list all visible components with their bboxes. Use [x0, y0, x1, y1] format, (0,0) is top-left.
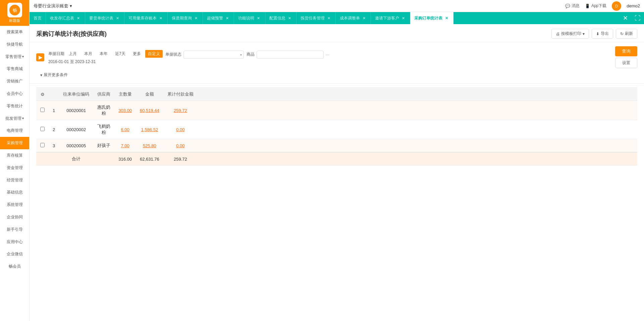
shortcut-more[interactable]: 更多	[130, 50, 144, 58]
tab-close-config[interactable]: ✕	[287, 15, 292, 21]
print-button[interactable]: 🖨 按模板打印 ▾	[551, 29, 589, 39]
sidebar-item-retail[interactable]: 零售管理▾	[0, 51, 29, 63]
sidebar-item-quicknav[interactable]: 快捷导航	[0, 38, 29, 51]
topbar-title-dropdown[interactable]: 母婴行业演示账套 ▾	[34, 3, 72, 9]
shortcut-this-year[interactable]: 本年	[97, 50, 111, 58]
sidebar-item-appcenter[interactable]: 应用中心	[0, 236, 29, 248]
tab-close-funcguide[interactable]: ✕	[256, 15, 261, 21]
refresh-button[interactable]: ↻ 刷新	[616, 29, 637, 39]
amount-link-1[interactable]: 1,586.52	[141, 127, 158, 132]
sidebar-item-purchase[interactable]: 采购管理	[0, 137, 29, 149]
tab-funcguide[interactable]: 功能说明✕	[234, 12, 265, 24]
sidebar-item-vip[interactable]: 畅会员	[0, 260, 29, 273]
shortcut-custom[interactable]: 自定义	[145, 50, 163, 58]
sidebar-item-wechat[interactable]: 企业微信	[0, 248, 29, 260]
sidebar-item-label-retail: 零售管理	[5, 54, 21, 60]
sidebar-item-inventory[interactable]: 库存核算	[0, 149, 29, 162]
tab-available[interactable]: 可用量库存账本✕	[124, 12, 168, 24]
sidebar-item-ecommerce[interactable]: 电商管理	[0, 124, 29, 137]
th-extra	[198, 88, 637, 101]
filter-date-block: 单据日期 上月 本月 本年 近7天 更多 自定义	[48, 50, 163, 65]
paid-link-0[interactable]: 259.72	[174, 108, 187, 113]
table-body: 1 00020001 惠氏奶粉 303.00 60,519.44 259.72 …	[36, 101, 637, 153]
app-download-btn[interactable]: 📱 App下载	[585, 3, 606, 9]
td-amount-2: 525.80	[136, 139, 163, 153]
qty-link-0[interactable]: 303.00	[118, 108, 132, 113]
shortcut-7days[interactable]: 近7天	[112, 50, 128, 58]
sidebar-label-wrapper-wholesale: 批发管理▾	[5, 116, 24, 121]
tab-close-invite[interactable]: ✕	[400, 15, 406, 21]
filter-toggle-btn[interactable]: ▶	[36, 53, 44, 61]
table-header-row: ⚙ 往来单位编码 供应商 主数量 金额 累计付款金额	[36, 88, 637, 101]
export-button[interactable]: ⬇ 导出	[592, 29, 613, 39]
tab-close-purchase_stat[interactable]: ✕	[444, 15, 449, 21]
th-amount: 金额	[136, 88, 163, 101]
status-label: 单据状态	[165, 52, 181, 57]
sidebar-item-collab[interactable]: 企业协同	[0, 211, 29, 223]
toggle-icon: ▶	[39, 55, 42, 60]
paid-link-1[interactable]: 0.00	[176, 127, 184, 132]
tab-close-receive[interactable]: ✕	[75, 15, 81, 21]
app-label: App下载	[591, 3, 606, 9]
expand-more-btn[interactable]: ▾ 展开更多条件	[36, 71, 637, 79]
table-foot: 合计 316.00 62,631.76 259.72	[36, 152, 637, 166]
username[interactable]: demo2	[627, 3, 640, 8]
message-btn[interactable]: 💬 消息	[565, 3, 580, 9]
tab-close-overstock[interactable]: ✕	[224, 15, 230, 21]
goods-more-icon[interactable]: ···	[326, 52, 329, 57]
svg-text:畅: 畅	[12, 8, 17, 13]
sidebar-item-marketing[interactable]: 营销推广	[0, 75, 29, 88]
row-checkbox-0[interactable]	[40, 108, 45, 112]
tab-expiry[interactable]: 保质期查询✕	[168, 12, 203, 24]
settings-col-icon[interactable]: ⚙	[41, 92, 45, 97]
query-button[interactable]: 查询	[615, 46, 637, 56]
tab-picking[interactable]: 拣货任务管理✕	[297, 12, 336, 24]
shortcut-this-month[interactable]: 本月	[81, 50, 95, 58]
sidebar-item-shop[interactable]: 零售商城	[0, 63, 29, 75]
qty-link-2[interactable]: 7.00	[121, 143, 129, 148]
tab-requisition[interactable]: 要货单统计表✕	[85, 12, 124, 24]
tab-purchase_stat[interactable]: 采购订单统计表✕	[410, 12, 453, 24]
sidebar-item-system[interactable]: 系统管理	[0, 199, 29, 211]
tabbar-expand-btn[interactable]: ⛶	[631, 12, 644, 24]
paid-link-2[interactable]: 0.00	[176, 143, 184, 148]
sidebar-item-ops[interactable]: 经营管理	[0, 174, 29, 186]
tfoot-qty: 316.00	[114, 152, 136, 166]
tab-close-requisition[interactable]: ✕	[115, 15, 120, 21]
qty-link-1[interactable]: 6.00	[121, 127, 129, 132]
tab-receive[interactable]: 收发存汇总表✕	[46, 12, 85, 24]
tab-close-available[interactable]: ✕	[158, 15, 163, 21]
filter-goods-field: 商品 ···	[247, 51, 329, 59]
row-checkbox-2[interactable]	[40, 143, 45, 147]
sidebar-item-label-finance: 资金管理	[7, 165, 23, 171]
table-footer-row: 合计 316.00 62,631.76 259.72	[36, 152, 637, 166]
sidebar-item-basic[interactable]: 基础信息	[0, 186, 29, 199]
td-amount-0: 60,519.44	[136, 101, 163, 120]
status-select[interactable]	[183, 51, 244, 59]
td-code-1: 00020002	[59, 120, 93, 139]
tab-close-cost[interactable]: ✕	[361, 15, 367, 21]
sidebar-item-wholesale[interactable]: 批发管理▾	[0, 112, 29, 125]
row-checkbox-1[interactable]	[40, 127, 45, 131]
sidebar-item-label-inventory: 库存核算	[7, 153, 23, 158]
tab-close-expiry[interactable]: ✕	[193, 15, 199, 21]
sidebar-item-search[interactable]: 搜索菜单	[0, 26, 29, 38]
goods-input[interactable]	[257, 51, 324, 59]
sidebar-item-retail_stat[interactable]: 零售统计	[0, 100, 29, 112]
tfoot-amount: 62,631.76	[136, 152, 163, 166]
tab-home[interactable]: 首页	[30, 12, 46, 24]
amount-link-2[interactable]: 525.80	[143, 143, 156, 148]
tab-config[interactable]: 配置信息✕	[265, 12, 297, 24]
shortcut-last-month[interactable]: 上月	[66, 50, 80, 58]
sidebar-item-member[interactable]: 会员中心	[0, 88, 29, 100]
avatar[interactable]: D	[612, 1, 621, 11]
tabbar-close-btn[interactable]: ✕	[620, 12, 631, 24]
tab-cost[interactable]: 成本调整单✕	[336, 12, 371, 24]
amount-link-0[interactable]: 60,519.44	[140, 108, 159, 113]
sidebar-item-finance[interactable]: 资金管理	[0, 162, 29, 174]
tab-overstock[interactable]: 超储预警✕	[203, 12, 234, 24]
tab-close-picking[interactable]: ✕	[326, 15, 331, 21]
sidebar-item-newbie[interactable]: 新手引导	[0, 223, 29, 236]
tab-invite[interactable]: 邀请下游客户✕	[371, 12, 410, 24]
settings-button[interactable]: 设置	[615, 58, 637, 68]
